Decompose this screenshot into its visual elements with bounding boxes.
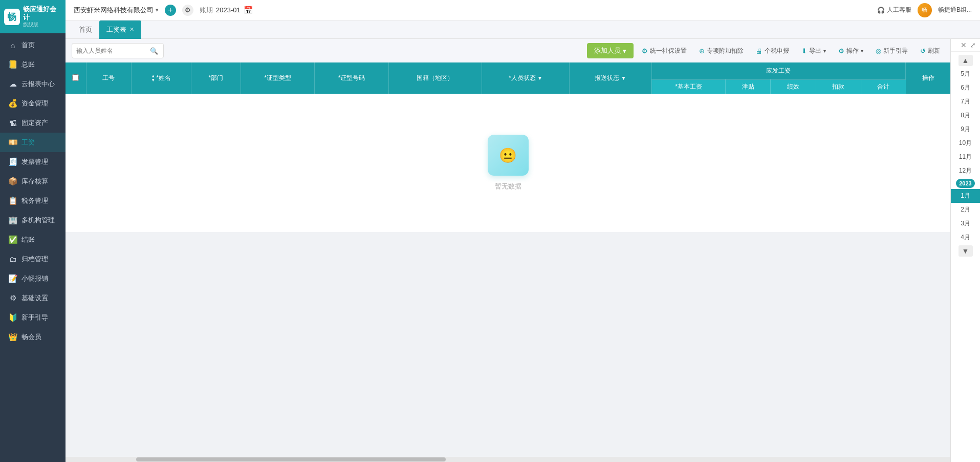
- social-security-action[interactable]: ⚙ 统一社保设置: [638, 45, 691, 57]
- sidebar-label-salary: 工资: [21, 138, 35, 147]
- new-guide-label: 新手引导: [883, 47, 908, 55]
- sidebar-label-member: 畅会员: [21, 332, 41, 342]
- panel-close-button[interactable]: ✕: [961, 41, 967, 49]
- sidebar-item-home[interactable]: ⌂ 首页: [0, 35, 66, 55]
- table-container[interactable]: 工号 ▲▼ *姓名 *部门: [66, 62, 950, 457]
- logo-text-wrap: 畅应通好会计 旗舰版: [23, 5, 61, 28]
- th-country: 国籍（地区）: [388, 62, 482, 94]
- sidebar-item-salary[interactable]: 💴 工资: [0, 133, 66, 152]
- operations-arrow-icon: ▾: [861, 48, 863, 54]
- fund-icon: 💰: [8, 99, 17, 108]
- month-2022-12[interactable]: 12月: [951, 164, 980, 178]
- app-logo[interactable]: 畅 畅应通好会计 旗舰版: [0, 0, 66, 33]
- personal-tax-action[interactable]: 🖨 个税申报: [752, 45, 793, 57]
- personal-tax-label: 个税申报: [765, 47, 789, 55]
- date-panel: ✕ ⤢ ▲ 5月 6月 7月 8月 9月 10月 11月 12月 2023 1月…: [950, 39, 980, 462]
- sidebar-item-invoice[interactable]: 🧾 发票管理: [0, 152, 66, 172]
- th-cert-type: *证型类型: [241, 62, 314, 94]
- sidebar-item-fund[interactable]: 💰 资金管理: [0, 94, 66, 113]
- sidebar-item-multi-org[interactable]: 🏢 多机构管理: [0, 211, 66, 230]
- calendar-icon[interactable]: 📅: [244, 6, 253, 15]
- sidebar-item-archive[interactable]: 🗂 归档管理: [0, 249, 66, 269]
- panel-expand-button[interactable]: ⤢: [970, 41, 976, 49]
- special-deduction-icon: ⊕: [699, 47, 705, 55]
- th-report-status[interactable]: 报送状态 ▼: [569, 62, 651, 94]
- company-selector[interactable]: 西安虾米网络科技有限公司 ▾: [74, 6, 159, 15]
- operations-action[interactable]: ⚙ 操作 ▾: [834, 45, 867, 57]
- service-icon: 🎧: [877, 7, 885, 14]
- select-all-checkbox[interactable]: [72, 74, 79, 81]
- sidebar-label-guide: 新手引导: [21, 313, 48, 322]
- tab-home[interactable]: 首页: [72, 20, 99, 39]
- th-deduction: 扣款: [816, 80, 861, 94]
- th-person-status[interactable]: *人员状态 ▼: [482, 62, 569, 94]
- tab-salary-label: 工资表: [106, 25, 126, 34]
- app-title: 畅应通好会计: [23, 5, 61, 21]
- sidebar-item-tax[interactable]: 📋 税务管理: [0, 191, 66, 211]
- operations-icon: ⚙: [838, 47, 844, 55]
- period-value[interactable]: 2023-01: [216, 6, 241, 14]
- month-2022-09[interactable]: 9月: [951, 122, 980, 136]
- month-2023-04[interactable]: 4月: [951, 230, 980, 244]
- export-label: 导出: [809, 47, 821, 55]
- tab-home-label: 首页: [79, 25, 92, 34]
- sidebar-item-fixed-asset[interactable]: 🏗 固定资产: [0, 113, 66, 133]
- main-area: 西安虾米网络科技有限公司 ▾ + ⚙ 账期 2023-01 📅 🎧 人工客服 畅…: [66, 0, 980, 462]
- date-nav-up[interactable]: ▲: [959, 55, 973, 66]
- empty-row: 暂无数据: [66, 94, 950, 232]
- invoice-icon: 🧾: [8, 157, 17, 166]
- date-nav-down[interactable]: ▼: [959, 245, 973, 257]
- month-2023-02[interactable]: 2月: [951, 203, 980, 217]
- sidebar-item-expense[interactable]: 📝 小畅报销: [0, 269, 66, 288]
- sidebar-item-cloud-report[interactable]: ☁ 云报表中心: [0, 74, 66, 94]
- sidebar-label-org: 多机构管理: [21, 216, 55, 225]
- date-list: ▲ 5月 6月 7月 8月 9月 10月 11月 12月 2023 1月 2月 …: [951, 52, 980, 462]
- scrollbar-thumb[interactable]: [136, 457, 446, 461]
- sidebar-item-checkout[interactable]: ✅ 结账: [0, 230, 66, 249]
- sidebar-item-general-ledger[interactable]: 📒 总账: [0, 55, 66, 74]
- month-2022-05[interactable]: 5月: [951, 67, 980, 81]
- month-2022-11[interactable]: 11月: [951, 150, 980, 164]
- month-2022-07[interactable]: 7月: [951, 95, 980, 109]
- month-2022-08[interactable]: 8月: [951, 109, 980, 122]
- export-action[interactable]: ⬇ 导出 ▾: [797, 45, 830, 57]
- checkout-icon: ✅: [8, 235, 17, 244]
- th-salary-group: 应发工资: [651, 62, 905, 80]
- th-name[interactable]: ▲▼ *姓名: [131, 62, 191, 94]
- add-person-button[interactable]: 添加人员 ▾: [587, 43, 634, 58]
- sidebar-item-member[interactable]: 👑 畅会员: [0, 327, 66, 347]
- month-2022-10[interactable]: 10月: [951, 136, 980, 150]
- export-arrow-icon: ▾: [823, 48, 826, 54]
- user-avatar[interactable]: 畅: [918, 3, 932, 17]
- company-name: 西安虾米网络科技有限公司: [74, 6, 154, 15]
- add-company-button[interactable]: +: [165, 5, 176, 16]
- settings-icon: ⚙: [8, 293, 17, 303]
- new-guide-action[interactable]: ◎ 新手引导: [872, 45, 912, 57]
- th-checkbox[interactable]: [66, 62, 86, 94]
- month-2022-06[interactable]: 6月: [951, 81, 980, 95]
- service-label: 人工客服: [887, 6, 911, 14]
- service-button[interactable]: 🎧 人工客服: [877, 6, 911, 14]
- th-total: 合计: [861, 80, 905, 94]
- month-2023-01[interactable]: 1月: [951, 189, 980, 203]
- horizontal-scrollbar[interactable]: [66, 457, 950, 462]
- name-sort-icon: ▲▼: [151, 74, 155, 82]
- tab-close-icon[interactable]: ✕: [129, 26, 134, 33]
- search-input[interactable]: [76, 47, 148, 54]
- special-deduction-action[interactable]: ⊕ 专项附加扣除: [695, 45, 748, 57]
- month-2023-03[interactable]: 3月: [951, 217, 980, 230]
- empty-text: 暂无数据: [495, 182, 521, 191]
- company-settings-button[interactable]: ⚙: [182, 5, 193, 16]
- member-icon: 👑: [8, 332, 17, 342]
- sidebar-item-settings[interactable]: ⚙ 基础设置: [0, 288, 66, 308]
- sidebar-item-guide[interactable]: 🔰 新手引导: [0, 308, 66, 327]
- sidebar-label-home: 首页: [21, 40, 35, 50]
- sidebar-label-tax: 税务管理: [21, 196, 48, 205]
- add-person-label: 添加人员: [594, 46, 621, 55]
- main-content: 🔍 添加人员 ▾ ⚙ 统一社保设置 ⊕ 专项附加扣除 🖨 个税申报: [66, 39, 950, 462]
- th-base-salary: *基本工资: [651, 80, 725, 94]
- refresh-action[interactable]: ↺ 刷新: [916, 45, 944, 57]
- username-label[interactable]: 畅捷通B组...: [938, 6, 972, 14]
- sidebar-item-inventory[interactable]: 📦 库存核算: [0, 172, 66, 191]
- tab-salary-table[interactable]: 工资表 ✕: [99, 20, 141, 39]
